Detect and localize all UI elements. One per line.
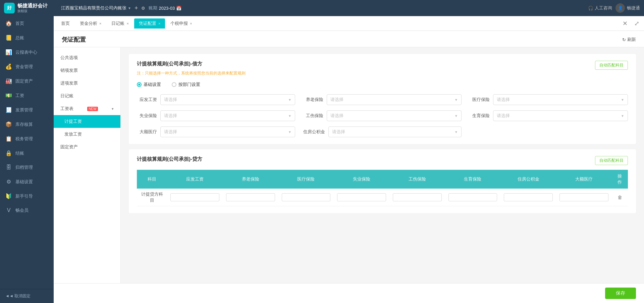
auto-match-credit-button[interactable]: 自动匹配科目 <box>595 156 628 165</box>
sidebar-item-close[interactable]: 🔒 结账 <box>0 146 54 160</box>
sidebar-item-label: 工资 <box>15 93 24 99</box>
sidebar-item-settings[interactable]: ⚙ 基础设置 <box>0 174 54 189</box>
debit-note: 注：只能选择一种方式，系统将按照您当前的选择来配置规则 <box>137 70 246 76</box>
tab-tax[interactable]: 个税申报 × <box>166 18 197 29</box>
sidebar-item-archive[interactable]: 🗄 归档管理 <box>0 160 54 174</box>
tab-tax-label: 个税申报 <box>170 20 188 27</box>
radio-basic-label: 基础设置 <box>144 82 161 88</box>
field-pension-select[interactable]: 请选择 ▼ <box>327 94 462 105</box>
menu-item-calc-salary[interactable]: 计提工资 <box>54 115 120 128</box>
sidebar-item-tax[interactable]: 📋 税务管理 <box>0 132 54 146</box>
field-medical-select[interactable]: 请选择 ▼ <box>493 94 628 105</box>
select-arrow-icon: ▼ <box>454 114 458 118</box>
sidebar-item-invoice[interactable]: 🧾 发票管理 <box>0 103 54 117</box>
input-maternity[interactable] <box>448 193 497 201</box>
input-large-medical[interactable] <box>559 193 608 201</box>
field-maternity-label: 生育保险 <box>470 113 490 119</box>
sidebar-item-label: 新手引导 <box>15 193 33 199</box>
tab-home[interactable]: 首页 <box>56 18 74 29</box>
input-housing[interactable] <box>504 193 553 201</box>
field-housing-fund-select[interactable]: 请选择 ▼ <box>328 127 462 137</box>
tab-voucher[interactable]: 凭证配置 × <box>134 18 165 29</box>
calendar-icon[interactable]: 📅 <box>176 6 181 11</box>
radio-dept[interactable]: 按部门设置 <box>172 82 200 88</box>
support-button[interactable]: 🎧 人工咨询 <box>588 5 612 11</box>
row-large-medical <box>556 189 612 206</box>
field-unemployment-select[interactable]: 请选择 ▼ <box>160 110 295 121</box>
menu-item-purchase[interactable]: 进项发票 <box>54 77 120 90</box>
menu-item-sales[interactable]: 销项发票 <box>54 64 120 77</box>
input-pension[interactable] <box>226 193 275 201</box>
radio-basic[interactable]: 基础设置 <box>137 82 161 88</box>
tab-bar: 首页 资金分析 × 日记账 × 凭证配置 × 个税申报 × ✕ ⤢ <box>54 16 644 31</box>
sidebar-item-vip[interactable]: V 畅会员 <box>0 203 54 217</box>
field-large-medical-select[interactable]: 请选择 ▼ <box>160 127 295 137</box>
tab-journal[interactable]: 日记账 × <box>107 18 133 29</box>
sidebar-item-salary[interactable]: 💵 工资 <box>0 88 54 103</box>
input-basic-wage[interactable] <box>170 193 219 201</box>
left-menu: 公共选项 销项发票 进项发票 日记账 工资表 NEW ▾ <box>54 47 121 283</box>
sidebar-item-label: 总账 <box>15 35 24 41</box>
salary-icon: 💵 <box>5 92 12 99</box>
fund-icon: 💰 <box>5 63 12 70</box>
sidebar-item-fund[interactable]: 💰 资金管理 <box>0 59 54 74</box>
page-area: 凭证配置 ↻ 刷新 公共选项 销项发票 进项发票 <box>54 31 644 303</box>
credit-section-header: 计提核算规则(公司承担)-贷方 自动匹配科目 <box>137 156 628 166</box>
field-large-medical-label: 大额医疗 <box>137 129 157 135</box>
user-name: 畅捷通 <box>627 5 640 11</box>
page-header: 凭证配置 ↻ 刷新 <box>54 31 644 47</box>
sidebar-item-ledger[interactable]: 📒 总账 <box>0 31 54 45</box>
menu-item-journal[interactable]: 日记账 <box>54 90 120 102</box>
tab-fund-close[interactable]: × <box>99 21 101 26</box>
debit-section: 计提核算规则(公司承担)-借方 注：只能选择一种方式，系统将按照您当前的选择来配… <box>129 54 636 144</box>
sidebar-item-guide[interactable]: 🔰 新手引导 <box>0 189 54 203</box>
app-name: 畅捷通好会计 <box>17 3 48 9</box>
close-account-icon: 🔒 <box>5 150 12 156</box>
menu-item-fixed-assets[interactable]: 固定资产 <box>54 141 120 153</box>
gear-icon[interactable]: ⚙ <box>141 6 145 11</box>
add-button[interactable]: + <box>135 5 138 12</box>
headset-icon: 🎧 <box>588 6 593 11</box>
tab-close-all-icon[interactable]: ✕ <box>621 19 630 28</box>
field-medical: 医疗保险 请选择 ▼ <box>470 94 628 105</box>
tab-fund[interactable]: 资金分析 × <box>75 18 106 29</box>
refresh-label: 刷新 <box>627 37 636 43</box>
menu-item-public[interactable]: 公共选项 <box>54 51 120 64</box>
avatar: 👤 <box>615 3 625 13</box>
sidebar-item-reports[interactable]: 📊 云报表中心 <box>0 45 54 59</box>
tab-voucher-close[interactable]: × <box>158 21 160 26</box>
col-subject: 科目 <box>137 170 167 189</box>
delete-row-icon[interactable]: 🗑 <box>618 195 622 200</box>
cancel-fixed-button[interactable]: ◄◄ 取消固定 <box>0 289 54 303</box>
user-area[interactable]: 👤 畅捷通 <box>615 3 640 13</box>
company-selector[interactable]: 江西服宝精品有限责任公司内账张 ▼ <box>61 5 131 11</box>
save-button[interactable]: 保存 <box>605 288 636 299</box>
field-maternity-select[interactable]: 请选择 ▼ <box>493 110 628 121</box>
tab-tax-close[interactable]: × <box>190 21 192 26</box>
app-sub: 旗舰版 <box>17 9 48 13</box>
input-medical[interactable] <box>282 193 331 201</box>
field-injury-select[interactable]: 请选择 ▼ <box>327 110 462 121</box>
auto-match-debit-button[interactable]: 自动匹配科目 <box>595 61 628 70</box>
input-unemployment[interactable] <box>337 193 386 201</box>
tab-journal-close[interactable]: × <box>126 21 128 26</box>
select-arrow-icon: ▼ <box>288 130 291 134</box>
app-logo: 好 畅捷通好会计 旗舰版 <box>4 3 58 13</box>
sidebar-item-label: 首页 <box>15 20 24 27</box>
logo-icon: 好 <box>4 3 15 13</box>
menu-item-payroll[interactable]: 工资表 NEW ▾ <box>54 102 120 115</box>
cancel-fixed-label: ◄◄ 取消固定 <box>5 293 31 299</box>
period-selector[interactable]: 账期 2023-03 📅 <box>149 5 181 11</box>
input-injury[interactable] <box>393 193 442 201</box>
menu-item-pay-salary[interactable]: 发放工资 <box>54 128 120 141</box>
sidebar-item-assets[interactable]: 🏭 固定资产 <box>0 74 54 88</box>
row-maternity <box>445 189 501 206</box>
sidebar-item-label: 畅会员 <box>15 207 29 213</box>
sidebar-item-home[interactable]: 🏠 首页 <box>0 16 54 31</box>
credit-section: 计提核算规则(公司承担)-贷方 自动匹配科目 科目 应发工资 养老保险 医疗保险 <box>129 149 636 213</box>
field-basic-wage-select[interactable]: 请选择 ▼ <box>160 94 295 105</box>
tab-expand-icon[interactable]: ⤢ <box>632 19 641 28</box>
refresh-button[interactable]: ↻ 刷新 <box>622 37 636 43</box>
tab-journal-label: 日记账 <box>111 20 124 27</box>
sidebar-item-inventory[interactable]: 📦 库存核算 <box>0 117 54 132</box>
